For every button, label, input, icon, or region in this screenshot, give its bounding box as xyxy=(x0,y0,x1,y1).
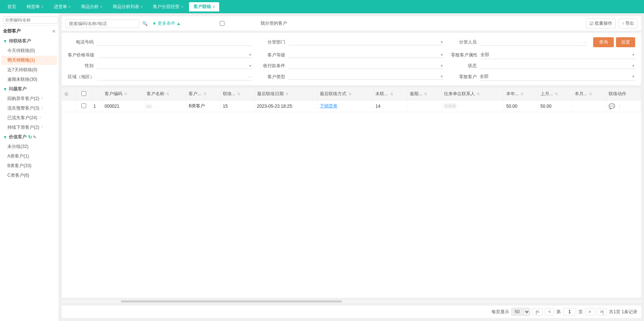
nav-product-analysis[interactable]: 商品分析 × xyxy=(77,2,107,11)
page-unit: 页 xyxy=(578,309,583,315)
bulk-action-button[interactable]: ☑ 批量操作 xyxy=(586,18,616,28)
region-label: 区域（地区） xyxy=(68,74,94,80)
person-select[interactable]: ··· xyxy=(480,39,587,46)
customer-table: ⚙ 客户编码 ⇅ 客户名称 ⇅ 客户... ⇅ xyxy=(62,88,641,298)
sidebar-group-pending: ▼ 待联络客户 xyxy=(0,37,59,46)
settings-button[interactable]: 设置 xyxy=(616,37,635,47)
sidebar-item-lost-warning[interactable]: 流失预警客户(3) ? xyxy=(1,104,57,113)
sort-icon[interactable]: ⇅ xyxy=(286,92,288,96)
checkbox-icon: ☑ xyxy=(589,21,594,26)
sort-icon[interactable]: ⇅ xyxy=(203,92,206,96)
sort-icon[interactable]: ⇅ xyxy=(349,92,351,96)
sidebar-item-overdue[interactable]: 逾期未联络(30) xyxy=(1,75,57,84)
sidebar-item-class-c[interactable]: C类客户(6) xyxy=(1,171,57,180)
close-icon[interactable]: × xyxy=(69,5,71,9)
collapse-icon[interactable]: « xyxy=(52,28,56,34)
sort-icon[interactable]: ⇅ xyxy=(237,92,240,96)
sidebar-all-customers[interactable]: 全部客户 « xyxy=(0,25,59,37)
retail-select[interactable]: 全部 ▼ xyxy=(480,73,635,81)
close-icon[interactable]: × xyxy=(141,5,143,9)
close-icon[interactable]: × xyxy=(41,5,43,9)
more-conditions-button[interactable]: ▼ 更多条件 ▲ xyxy=(151,20,182,27)
sort-icon[interactable]: ⇅ xyxy=(166,92,169,96)
filter-bar: 🔍 ▼ 更多条件 ▲ 我分管的客户 ☑ 批量操作 ↑ 导出 xyxy=(62,16,641,31)
scrollbar-thumb[interactable] xyxy=(121,300,342,303)
sidebar-item-abnormal[interactable]: 回购异常客户(2) ? xyxy=(1,94,57,103)
pagination-bar: 每页显示 50 100 200 |< < 第 1 页 > >| 共1页 1条记录 xyxy=(62,305,641,318)
sort-icon[interactable]: ⇅ xyxy=(390,92,393,96)
status-select[interactable]: ▼ xyxy=(480,63,635,69)
sidebar-item-tomorrow[interactable]: 明天待联络(1) xyxy=(1,56,57,65)
help-icon: ? xyxy=(41,97,43,101)
nav-home[interactable]: 首页 xyxy=(3,2,21,11)
export-button[interactable]: ↑ 导出 xyxy=(619,18,637,28)
sidebar-item-lost[interactable]: 已流失客户(24) ? xyxy=(1,113,57,122)
nav-purchase-order[interactable]: 进货单 × xyxy=(49,2,75,11)
grid-icon[interactable]: ⋮ xyxy=(617,103,622,109)
last-page-button[interactable]: >| xyxy=(596,308,607,315)
prev-page-button[interactable]: < xyxy=(545,308,554,315)
phone-input[interactable] xyxy=(97,39,252,45)
sidebar-search-input[interactable] xyxy=(3,16,58,24)
filter-row-price-level: 客户价格等级 ▼ xyxy=(68,52,252,58)
nav-sales-order[interactable]: 销货单 × xyxy=(22,2,48,11)
comment-icon[interactable]: 💬 xyxy=(609,103,615,109)
row-select-checkbox[interactable] xyxy=(81,103,86,108)
col-name: 客户名称 ⇅ xyxy=(144,88,186,100)
dept-select[interactable]: ▼ xyxy=(288,39,444,45)
horizontal-scrollbar[interactable] xyxy=(62,300,641,303)
close-icon[interactable]: × xyxy=(100,5,102,9)
my-customers-checkbox[interactable] xyxy=(185,21,259,26)
query-button[interactable]: 查询 xyxy=(593,37,614,47)
region-select[interactable]: ··· xyxy=(97,73,252,80)
sidebar-group-problem: ▼ 问题客户 xyxy=(0,84,59,94)
nav-product-analysis-list[interactable]: 商品分析列表 × xyxy=(108,2,147,11)
sidebar-item-7days[interactable]: 近7天待联络(0) xyxy=(1,65,57,75)
last-contact-method-link[interactable]: 下销货单 xyxy=(320,103,337,108)
row-contact: 15 xyxy=(220,100,255,112)
first-page-button[interactable]: |< xyxy=(532,308,543,315)
payment-select[interactable]: ▼ xyxy=(288,63,444,69)
customer-type-select[interactable]: ▼ xyxy=(288,74,444,80)
chevron-down-icon: ▼ xyxy=(248,53,252,57)
close-icon[interactable]: × xyxy=(181,5,183,9)
per-page-select[interactable]: 50 100 200 xyxy=(511,308,530,316)
person-label: 分管人员 xyxy=(451,39,477,45)
table-row: 1 000021 Ea B类客户 15 2023-05-23 18:25: 下销… xyxy=(62,100,641,112)
more-icon: ··· xyxy=(584,39,587,45)
row-gear xyxy=(62,100,76,112)
refresh-icon[interactable]: ↻ xyxy=(28,134,32,140)
sort-icon[interactable]: ⇅ xyxy=(555,92,558,96)
sort-icon[interactable]: ⇅ xyxy=(124,92,127,96)
page-number-input[interactable]: 1 xyxy=(563,308,576,315)
sidebar-item-class-b[interactable]: B类客户(33) xyxy=(1,161,57,170)
retail-attr-select[interactable]: 全部 ▼ xyxy=(480,51,635,59)
price-level-select[interactable]: ▼ xyxy=(97,52,252,58)
sidebar-item-declining[interactable]: 持续下滑客户(2) ? xyxy=(1,123,57,132)
sort-icon[interactable]: ⇅ xyxy=(424,92,427,96)
close-icon[interactable]: × xyxy=(213,5,215,9)
my-customers-checkbox-label[interactable]: 我分管的客户 xyxy=(185,20,287,27)
customer-level-select[interactable]: ▼ xyxy=(288,52,444,58)
gear-icon[interactable]: ⚙ xyxy=(64,91,69,97)
sort-icon[interactable]: ⇅ xyxy=(521,92,524,96)
search-icon[interactable]: 🔍 xyxy=(142,21,148,26)
chevron-up-icon: ▲ xyxy=(176,21,181,26)
nav-customer-contact[interactable]: 客户联络 × xyxy=(189,2,219,11)
content-area: 🔍 ▼ 更多条件 ▲ 我分管的客户 ☑ 批量操作 ↑ 导出 xyxy=(59,13,644,321)
sort-icon[interactable]: ⇅ xyxy=(477,92,480,96)
edit-icon[interactable]: ✎ xyxy=(33,135,36,140)
customer-name-blurred: Ea xyxy=(147,104,151,108)
sidebar-item-today[interactable]: 今天待联络(0) xyxy=(1,46,57,55)
col-this-year: 本年... ⇅ xyxy=(504,88,538,100)
retail-label: 零散客户 xyxy=(451,74,477,80)
sidebar-item-class-a[interactable]: A类客户(1) xyxy=(1,152,57,161)
nav-customer-layering[interactable]: 客户分层经营 × xyxy=(148,2,188,11)
select-all-checkbox[interactable] xyxy=(81,91,86,96)
search-input[interactable] xyxy=(66,19,139,28)
sidebar-item-ungrouped[interactable]: 未分组(32) xyxy=(1,142,57,151)
sort-icon[interactable]: ⇅ xyxy=(589,92,592,96)
col-last-contact-date: 最后联络日期 ⇅ xyxy=(255,88,318,100)
gender-select[interactable]: ▼ xyxy=(97,63,252,69)
next-page-button[interactable]: > xyxy=(585,308,594,315)
